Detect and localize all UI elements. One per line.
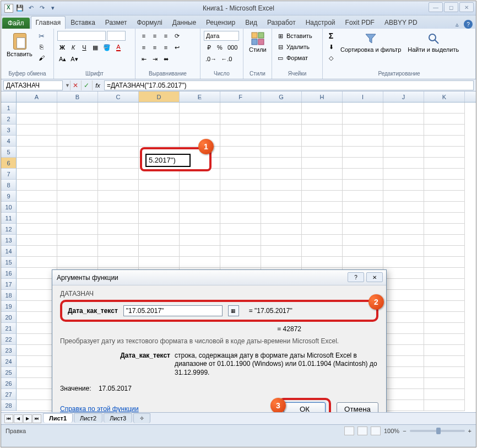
cell[interactable]: [383, 268, 424, 279]
formula-cancel-icon[interactable]: ✕: [70, 80, 81, 90]
cell[interactable]: [424, 136, 465, 147]
cell[interactable]: [180, 213, 220, 224]
cell[interactable]: [180, 191, 220, 202]
namebox-dropdown-icon[interactable]: ▼: [65, 83, 70, 88]
wrap-text-icon[interactable]: ↩: [172, 42, 182, 52]
cell[interactable]: [302, 235, 343, 246]
row-header[interactable]: 28: [1, 400, 17, 411]
sheet-nav-last-icon[interactable]: ⏭: [32, 414, 41, 423]
row-header[interactable]: 15: [1, 257, 17, 268]
name-box[interactable]: ДАТАЗНАЧ: [3, 80, 63, 90]
arg-input[interactable]: "17.05.2017": [123, 305, 223, 316]
cell[interactable]: [17, 334, 57, 345]
cell[interactable]: [383, 102, 424, 114]
cell[interactable]: [424, 345, 465, 356]
cell[interactable]: [220, 125, 261, 136]
cell[interactable]: [98, 102, 139, 114]
row-header[interactable]: 13: [1, 235, 17, 246]
cell[interactable]: [343, 102, 383, 114]
cell[interactable]: [302, 257, 343, 268]
italic-button[interactable]: К: [68, 42, 78, 52]
cell[interactable]: [383, 180, 424, 191]
cell[interactable]: [220, 213, 261, 224]
fill-color-button[interactable]: 🪣: [101, 42, 112, 52]
tab-insert[interactable]: Вставка: [66, 16, 100, 29]
cell[interactable]: [98, 114, 139, 125]
cell[interactable]: [383, 202, 424, 213]
cell[interactable]: [424, 290, 465, 301]
cell[interactable]: [17, 290, 57, 301]
row-header[interactable]: 5: [1, 147, 17, 158]
cell[interactable]: [424, 301, 465, 312]
cell[interactable]: [302, 191, 343, 202]
tab-data[interactable]: Данные: [167, 16, 201, 29]
cell[interactable]: [424, 158, 465, 169]
dialog-titlebar[interactable]: Аргументы функции ? ✕: [52, 270, 386, 285]
cell[interactable]: [261, 180, 302, 191]
formula-input[interactable]: =ДАТАЗНАЧ("17.05.2017"): [104, 80, 474, 90]
cell[interactable]: [220, 257, 261, 268]
row-header[interactable]: 16: [1, 268, 17, 279]
zoom-level[interactable]: 100%: [384, 428, 399, 434]
align-top-icon[interactable]: ≡: [139, 31, 149, 41]
cell[interactable]: [343, 158, 383, 169]
increase-decimal-icon[interactable]: .0→: [204, 54, 218, 64]
cell[interactable]: [57, 102, 98, 114]
cell[interactable]: [424, 224, 465, 235]
cell[interactable]: [343, 213, 383, 224]
cell[interactable]: [139, 102, 180, 114]
cell[interactable]: [98, 169, 139, 180]
cell[interactable]: [383, 345, 424, 356]
row-header[interactable]: 8: [1, 180, 17, 191]
cell[interactable]: [139, 235, 180, 246]
tab-addins[interactable]: Надстрой: [301, 16, 340, 29]
cell[interactable]: [57, 191, 98, 202]
cell[interactable]: [261, 257, 302, 268]
align-bottom-icon[interactable]: ≡: [161, 31, 171, 41]
tab-abbyy[interactable]: ABBYY PD: [380, 16, 422, 29]
cell[interactable]: [383, 147, 424, 158]
cell[interactable]: [180, 257, 220, 268]
delete-cells-icon[interactable]: ⊟: [275, 42, 285, 52]
col-header-F[interactable]: F: [220, 91, 261, 102]
cell[interactable]: [302, 114, 343, 125]
cell[interactable]: [139, 180, 180, 191]
row-header[interactable]: 21: [1, 323, 17, 334]
sheet-tab-1[interactable]: Лист1: [43, 413, 73, 423]
close-button[interactable]: ✕: [459, 2, 474, 12]
ribbon-minimize-icon[interactable]: ▵: [453, 20, 462, 29]
cell[interactable]: [98, 213, 139, 224]
worksheet-grid[interactable]: A B C D E F G H I J K 123456789101112131…: [1, 91, 476, 412]
cell[interactable]: [302, 169, 343, 180]
cell[interactable]: [302, 246, 343, 257]
align-left-icon[interactable]: ≡: [139, 42, 149, 52]
cell[interactable]: [17, 125, 57, 136]
cell[interactable]: [17, 202, 57, 213]
ok-button[interactable]: ОК: [284, 402, 326, 412]
cell[interactable]: [424, 334, 465, 345]
cell[interactable]: [383, 246, 424, 257]
cell[interactable]: [261, 191, 302, 202]
cell[interactable]: [261, 224, 302, 235]
fx-icon[interactable]: fx: [92, 80, 103, 90]
find-select-button[interactable]: Найти и выделить: [405, 31, 461, 54]
cell[interactable]: [383, 158, 424, 169]
align-right-icon[interactable]: ≡: [161, 42, 171, 52]
tab-home[interactable]: Главная: [31, 16, 66, 29]
cell[interactable]: [343, 147, 383, 158]
cell[interactable]: [57, 114, 98, 125]
row-header[interactable]: 11: [1, 213, 17, 224]
tab-formulas[interactable]: Формулі: [132, 16, 167, 29]
cell[interactable]: [57, 147, 98, 158]
collapse-dialog-icon[interactable]: ▦: [228, 305, 239, 316]
cell[interactable]: [17, 367, 57, 378]
cell[interactable]: [424, 356, 465, 367]
cell[interactable]: [17, 147, 57, 158]
cell[interactable]: [302, 158, 343, 169]
align-center-icon[interactable]: ≡: [150, 42, 160, 52]
zoom-out-icon[interactable]: −: [403, 428, 406, 434]
cell[interactable]: [383, 378, 424, 389]
cell[interactable]: [424, 257, 465, 268]
cell[interactable]: [139, 257, 180, 268]
cell[interactable]: [261, 114, 302, 125]
